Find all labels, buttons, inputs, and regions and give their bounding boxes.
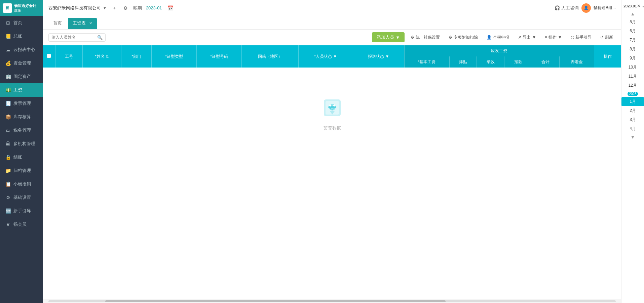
sidebar: 畅 畅应通好会计 旗版 ⊞ 首页 📒 总账 ☁ 云报表中心 💰 资金管理 🏢 固… [0, 0, 43, 303]
col-name: *姓名 ⇅ [83, 45, 121, 68]
ledger-icon: 📒 [5, 34, 11, 39]
month-item-11[interactable]: 11月 [621, 72, 644, 81]
cloud-icon: ☁ [5, 47, 11, 52]
settings-company-button[interactable]: ⚙ [122, 4, 129, 12]
month-item-4[interactable]: 4月 [621, 124, 644, 133]
empty-text: 暂无数据 [324, 125, 341, 131]
sidebar-item-close[interactable]: 🔒 结账 [0, 150, 43, 164]
sidebar-item-member[interactable]: V 畅会员 [0, 218, 43, 231]
company-selector[interactable]: 西安虾米网络科技有限公司 ▼ [48, 5, 107, 11]
header: 西安虾米网络科技有限公司 ▼ ＋ ⚙ 账期 2023-01 📅 🎧 人工咨询 👤… [43, 0, 621, 16]
home-icon: ⊞ [5, 20, 11, 26]
export-button[interactable]: ↗ 导出 ▼ [515, 33, 539, 42]
search-icon: 🔍 [97, 35, 103, 40]
fixed-assets-icon: 🏢 [5, 74, 11, 79]
period-value[interactable]: 2023-01 [146, 5, 162, 10]
sidebar-item-home[interactable]: ⊞ 首页 [0, 16, 43, 30]
horizontal-scrollbar[interactable] [43, 299, 621, 303]
social-security-button[interactable]: ⚙ 统一社保设置 [408, 33, 443, 42]
invoice-icon: 🧾 [5, 101, 11, 106]
scroll-down-arrow[interactable]: ▼ [621, 133, 644, 141]
scrollbar-thumb[interactable] [105, 300, 446, 302]
sidebar-item-cloud-report[interactable]: ☁ 云报表中心 [0, 43, 43, 56]
human-service-button[interactable]: 🎧 人工咨询 [555, 5, 579, 11]
special-deduct-button[interactable]: ⚙ 专项附加扣除 [446, 33, 481, 42]
col-pension: 养老金 [559, 56, 594, 68]
col-id: 工号 [55, 45, 83, 68]
select-all-checkbox[interactable] [47, 54, 51, 58]
col-dept: *部门 [121, 45, 151, 68]
sidebar-item-multi-org[interactable]: 🏛 多机构管理 [0, 137, 43, 150]
col-region: 国籍（地区） [241, 45, 298, 68]
close-panel-icon[interactable]: ✕ [637, 3, 641, 8]
multi-org-icon: 🏛 [5, 141, 11, 146]
period-header: 2023.01 [623, 4, 637, 8]
month-item-7[interactable]: 7月 [621, 36, 644, 45]
month-item-6[interactable]: 6月 [621, 27, 644, 36]
add-company-button[interactable]: ＋ [111, 4, 118, 12]
svg-point-4 [329, 104, 331, 106]
expense-icon: 📋 [5, 181, 11, 187]
table-container: 工号 *姓名 ⇅ *部门 *证型类型 *证型号码 国籍（地区） *人员状态 ▼ … [43, 45, 621, 299]
archive-icon: 📁 [5, 168, 11, 173]
add-person-button[interactable]: 添加人员 ▼ [372, 32, 405, 42]
month-item-12[interactable]: 12月 [621, 81, 644, 90]
new-guide-button[interactable]: ◎ 新手引导 [568, 33, 594, 42]
export-icon: ↗ [518, 35, 521, 40]
calendar-icon[interactable]: 📅 [166, 4, 175, 12]
sidebar-item-settings[interactable]: ⚙ 基础设置 [0, 191, 43, 204]
month-item-9[interactable]: 9月 [621, 54, 644, 63]
col-checkbox[interactable] [43, 45, 55, 68]
col-allowance: 津贴 [449, 56, 477, 68]
sidebar-item-expense[interactable]: 📋 小畅报销 [0, 177, 43, 191]
sidebar-item-salary[interactable]: 💵 工资 [0, 83, 43, 97]
salary-table: 工号 *姓名 ⇅ *部门 *证型类型 *证型号码 国籍（地区） *人员状态 ▼ … [43, 45, 621, 158]
operations-button[interactable]: ≡ 操作 ▼ [542, 33, 565, 42]
dropdown-arrow-icon: ▼ [395, 35, 400, 40]
expand-panel-icon[interactable]: ⤢ [642, 3, 644, 8]
refresh-button[interactable]: ↺ 刷新 [598, 33, 616, 42]
col-salary-group: 应发工资 [404, 45, 594, 56]
sidebar-item-archive[interactable]: 📁 归档管理 [0, 164, 43, 177]
toolbar-right: 添加人员 ▼ ⚙ 统一社保设置 ⚙ 专项附加扣除 👤 个税申报 ↗ 导出 ▼ ≡ [372, 32, 616, 42]
month-item-2[interactable]: 2月 [621, 106, 644, 115]
sidebar-item-inventory[interactable]: 📦 库存核算 [0, 110, 43, 124]
tab-salary-table[interactable]: 工资表 ✕ [68, 18, 97, 29]
sidebar-item-invoice[interactable]: 🧾 发票管理 [0, 97, 43, 110]
tab-home[interactable]: 首页 [48, 18, 67, 29]
report-filter-icon[interactable]: ▼ [385, 54, 389, 59]
year-badge: 2023 [628, 92, 638, 96]
sidebar-item-tax[interactable]: 🗂 税务管理 [0, 124, 43, 137]
empty-icon [319, 94, 346, 121]
month-item-3[interactable]: 3月 [621, 115, 644, 124]
avatar-icon: 👤 [584, 6, 589, 10]
sidebar-item-fund[interactable]: 💰 资金管理 [0, 56, 43, 70]
close-period-icon: 🔒 [5, 155, 11, 160]
special-deduct-icon: ⚙ [449, 35, 452, 40]
member-icon: V [5, 222, 11, 227]
svg-rect-3 [328, 106, 336, 108]
toolbar: 🔍 添加人员 ▼ ⚙ 统一社保设置 ⚙ 专项附加扣除 👤 个税申报 ↗ 导出 [43, 30, 621, 45]
personal-tax-icon: 👤 [487, 35, 492, 40]
month-item-1[interactable]: 1月 [621, 97, 644, 106]
col-report-status: 报送状态 ▼ [353, 45, 404, 68]
salary-icon: 💵 [5, 87, 11, 93]
month-item-10[interactable]: 10月 [621, 63, 644, 72]
search-input[interactable] [51, 35, 95, 40]
tab-close-icon[interactable]: ✕ [89, 21, 92, 25]
status-filter-icon[interactable]: ▼ [333, 54, 337, 59]
month-item-8[interactable]: 8月 [621, 45, 644, 54]
sidebar-item-guide[interactable]: 🆕 新手引导 [0, 204, 43, 218]
company-dropdown-icon: ▼ [103, 6, 107, 10]
tax-icon: 🗂 [5, 128, 11, 133]
col-deduction: 扣款 [504, 56, 532, 68]
scroll-up-arrow[interactable]: ▲ [621, 10, 644, 17]
user-avatar[interactable]: 👤 [581, 3, 591, 13]
guide-icon: 🆕 [5, 208, 11, 214]
sidebar-item-ledger[interactable]: 📒 总账 [0, 30, 43, 43]
sidebar-item-fixed-assets[interactable]: 🏢 固定资产 [0, 70, 43, 83]
personal-tax-button[interactable]: 👤 个税申报 [484, 33, 512, 42]
col-operations: 操作 [594, 45, 621, 68]
sort-icon[interactable]: ⇅ [106, 54, 109, 59]
month-item-5[interactable]: 5月 [621, 17, 644, 27]
